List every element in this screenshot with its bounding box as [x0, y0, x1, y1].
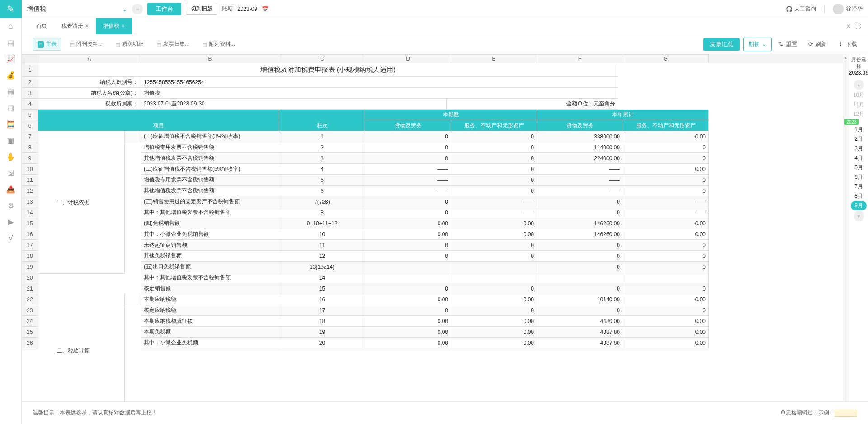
col-cell[interactable]: 13(13≥14) — [279, 262, 365, 272]
value-cell[interactable]: 0 — [537, 196, 623, 207]
close-icon[interactable]: ✕ — [121, 24, 125, 29]
value-cell[interactable]: 0 — [451, 240, 537, 251]
month-item[interactable]: 4月 — [853, 153, 865, 163]
month-item[interactable]: 2月 — [853, 134, 865, 144]
col-cell[interactable]: 20 — [279, 338, 365, 348]
row-header[interactable]: 23 — [22, 305, 38, 316]
value-cell[interactable]: 0 — [451, 251, 537, 262]
col-cell[interactable]: 14 — [279, 272, 365, 283]
col-cell[interactable]: 17 — [279, 305, 365, 316]
col-cell[interactable]: 18 — [279, 316, 365, 327]
value-cell[interactable]: —— — [537, 164, 623, 175]
period-value[interactable]: 2023-09 — [237, 6, 257, 12]
item-cell[interactable]: 其中：其他增值税发票不含税销售额 — [141, 272, 279, 283]
info-icon[interactable]: ≡ — [132, 4, 143, 14]
item-cell[interactable]: 其中：其他增值税发票不含税销售额 — [141, 207, 279, 218]
row-header[interactable]: 1 — [22, 63, 38, 77]
col-header[interactable]: E — [451, 54, 537, 63]
row-header[interactable]: 19 — [22, 262, 38, 272]
row-header[interactable]: 21 — [22, 283, 38, 294]
value-cell[interactable]: 0 — [365, 142, 451, 153]
row-header[interactable]: 7 — [22, 131, 38, 142]
value-cell[interactable]: 0.00 — [451, 294, 537, 305]
value-cell[interactable]: 4480.00 — [537, 316, 623, 327]
col-cell[interactable]: 9=10+11+12 — [279, 218, 365, 229]
value-cell[interactable]: 0.00 — [451, 229, 537, 240]
value-cell[interactable]: 0.00 — [451, 218, 537, 229]
row-header[interactable]: 20 — [22, 272, 38, 283]
value-cell[interactable]: —— — [451, 207, 537, 218]
col-header[interactable]: A — [38, 54, 141, 63]
tab-税表清册[interactable]: 税表清册✕ — [54, 18, 96, 34]
value-cell[interactable]: 0.00 — [365, 316, 451, 327]
value-cell[interactable]: 0 — [365, 131, 451, 142]
row-header[interactable]: 14 — [22, 207, 38, 218]
value-cell[interactable]: 0.00 — [365, 338, 451, 348]
nav-video-icon[interactable]: ▶ — [0, 214, 22, 230]
value-cell[interactable]: 0 — [451, 283, 537, 294]
row-header[interactable]: 10 — [22, 164, 38, 175]
value-cell[interactable]: 0.00 — [623, 294, 709, 305]
value-cell[interactable] — [451, 262, 537, 272]
value-cell[interactable]: 0 — [365, 283, 451, 294]
item-cell[interactable]: 本期应纳税额减征额 — [141, 316, 279, 327]
value-cell[interactable]: 0.00 — [623, 316, 709, 327]
value-cell[interactable]: 0.00 — [623, 229, 709, 240]
workbench-button[interactable]: 工作台 — [147, 3, 181, 15]
close-all-icon[interactable]: ✕ — [846, 23, 851, 29]
col-cell[interactable]: 19 — [279, 327, 365, 338]
tab-首页[interactable]: 首页 — [29, 18, 54, 34]
col-cell[interactable]: 16 — [279, 294, 365, 305]
item-cell[interactable]: 未达起征点销售额 — [141, 240, 279, 251]
row-header[interactable]: 4 — [22, 99, 38, 110]
month-up-icon[interactable]: ▲ — [854, 80, 864, 90]
nav-report-icon[interactable]: ▥ — [0, 100, 22, 116]
subtab[interactable]: ▤发票归集... — [152, 38, 194, 50]
value-cell[interactable]: 146260.00 — [537, 229, 623, 240]
item-cell[interactable]: (五)出口免税销售额 — [141, 262, 279, 272]
row-header[interactable]: 13 — [22, 196, 38, 207]
col-header[interactable]: C — [279, 54, 365, 63]
row-header[interactable]: 3 — [22, 88, 38, 99]
row-header[interactable]: 9 — [22, 153, 38, 164]
spreadsheet[interactable]: A B C D E F G 1 增值税及附加税费申报表 (小规模纳税人适用) 2… — [22, 54, 843, 401]
item-cell[interactable]: 本期应纳税额 — [141, 294, 279, 305]
value-cell[interactable]: —— — [623, 196, 709, 207]
user-menu[interactable]: 徐泽华 — [833, 4, 863, 14]
value-cell[interactable]: 0.00 — [623, 218, 709, 229]
taxpayer-name[interactable]: 增值税 — [141, 88, 618, 99]
col-cell[interactable]: 6 — [279, 186, 365, 196]
value-cell[interactable]: 0 — [365, 207, 451, 218]
value-cell[interactable]: 10140.00 — [537, 294, 623, 305]
value-cell[interactable]: 0 — [451, 131, 537, 142]
tax-period[interactable]: 2023-07-01至2023-09-30 — [141, 99, 447, 110]
value-cell[interactable]: 0.00 — [451, 338, 537, 348]
value-cell[interactable]: 0 — [623, 283, 709, 294]
calendar-icon[interactable]: 📅 — [262, 6, 269, 12]
item-cell[interactable]: 其他增值税发票不含税销售额 — [141, 153, 279, 164]
row-header[interactable]: 8 — [22, 142, 38, 153]
value-cell[interactable]: 0.00 — [451, 327, 537, 338]
nav-money-icon[interactable]: 💰 — [0, 67, 22, 83]
row-header[interactable]: 24 — [22, 316, 38, 327]
col-header[interactable]: B — [141, 54, 279, 63]
item-cell[interactable]: 其他免税销售额 — [141, 251, 279, 262]
subtab[interactable]: ▤附列资料... — [65, 38, 107, 50]
col-header[interactable]: G — [623, 54, 709, 63]
value-cell[interactable]: 0 — [537, 207, 623, 218]
nav-list-icon[interactable]: ▦ — [0, 83, 22, 100]
value-cell[interactable]: 4387.80 — [537, 338, 623, 348]
nav-settings-icon[interactable]: ⚙ — [0, 197, 22, 214]
value-cell[interactable]: 0.00 — [365, 327, 451, 338]
value-cell[interactable]: 224000.00 — [537, 153, 623, 164]
value-cell[interactable]: 0 — [365, 240, 451, 251]
value-cell[interactable]: —— — [365, 186, 451, 196]
value-cell[interactable]: —— — [365, 164, 451, 175]
value-cell[interactable]: —— — [365, 175, 451, 186]
month-item[interactable]: 8月 — [853, 191, 865, 201]
item-cell[interactable]: (三)销售使用过的固定资产不含税销售额 — [141, 196, 279, 207]
value-cell[interactable]: 338000.00 — [537, 131, 623, 142]
value-cell[interactable]: 114000.00 — [537, 142, 623, 153]
unit-label[interactable]: 金额单位：元至角分 — [447, 99, 618, 110]
period-init-button[interactable]: 期初 ⌄ — [743, 38, 772, 51]
